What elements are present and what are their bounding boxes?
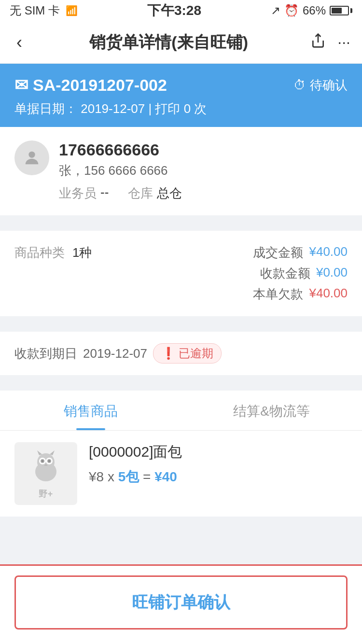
back-button[interactable]: ‹ bbox=[12, 28, 27, 57]
tab-sales[interactable]: 销售商品 bbox=[0, 391, 181, 430]
alarm-icon: ⏰ bbox=[284, 4, 299, 17]
divider-1 bbox=[0, 223, 362, 231]
battery-label: 66% bbox=[303, 4, 326, 17]
divider-3 bbox=[0, 383, 362, 391]
product-image: 野+ bbox=[14, 442, 77, 505]
status-left: 无 SIM 卡 📶 bbox=[10, 3, 78, 18]
svg-point-1 bbox=[28, 152, 35, 158]
product-logo-icon bbox=[27, 448, 65, 486]
location-icon: ↗ bbox=[271, 4, 280, 17]
warehouse-label: 仓库 bbox=[128, 185, 153, 202]
customer-name: 张，156 6666 6666 bbox=[59, 162, 348, 179]
svg-marker-5 bbox=[50, 450, 55, 455]
svg-point-10 bbox=[42, 460, 43, 462]
product-type-value: 1种 bbox=[72, 244, 92, 261]
order-status: ⏱ 待确认 bbox=[293, 77, 348, 94]
order-date: 单据日期： 2019-12-07 | 打印 0 次 bbox=[14, 100, 348, 117]
product-logo-text: 野+ bbox=[39, 488, 54, 500]
overdue-badge: ❗ 已逾期 bbox=[153, 343, 222, 364]
customer-card: 17666666666 张，156 6666 6666 业务员 -- 仓库 总仓 bbox=[0, 127, 362, 215]
confirm-button[interactable]: 旺铺订单确认 bbox=[14, 575, 348, 630]
clock-icon: ⏱ bbox=[293, 78, 306, 93]
summary-card: 商品种类 1种 成交金额 ¥40.00 收款金额 ¥0.00 本单欠款 ¥40.… bbox=[0, 231, 362, 316]
status-time: 下午3:28 bbox=[147, 1, 201, 20]
avatar bbox=[14, 140, 49, 175]
mail-icon: ✉ bbox=[14, 75, 28, 95]
overdue-icon: ❗ bbox=[161, 347, 176, 360]
tab-settlement[interactable]: 结算&物流等 bbox=[181, 391, 362, 430]
amount-value: ¥40.00 bbox=[309, 244, 348, 261]
product-qty: 5包 bbox=[118, 469, 139, 484]
customer-meta: 业务员 -- 仓库 总仓 bbox=[59, 185, 348, 202]
carrier-label: 无 SIM 卡 bbox=[10, 3, 60, 18]
due-date-label: 收款到期日 bbox=[14, 345, 77, 362]
customer-info: 17666666666 张，156 6666 6666 业务员 -- 仓库 总仓 bbox=[59, 140, 348, 202]
page-title: 销货单详情(来自旺铺) bbox=[89, 31, 248, 54]
product-total: ¥40 bbox=[154, 469, 177, 484]
debt-value: ¥40.00 bbox=[309, 286, 348, 303]
summary-left: 商品种类 1种 bbox=[14, 244, 92, 261]
status-bar: 无 SIM 卡 📶 下午3:28 ↗ ⏰ 66% bbox=[0, 0, 362, 21]
confirm-button-wrap: 旺铺订单确认 bbox=[0, 564, 362, 644]
sales-label: 业务员 bbox=[59, 185, 97, 202]
customer-phone: 17666666666 bbox=[59, 140, 348, 159]
product-type-label: 商品种类 bbox=[14, 244, 65, 261]
order-banner: ✉ SA-20191207-002 ⏱ 待确认 单据日期： 2019-12-07… bbox=[0, 64, 362, 127]
nav-actions: ··· bbox=[310, 33, 350, 52]
sales-value: -- bbox=[100, 185, 109, 202]
product-info: [0000002]面包 ¥8 x 5包 = ¥40 bbox=[89, 442, 348, 486]
product-name: [0000002]面包 bbox=[89, 442, 348, 462]
debt-label: 本单欠款 bbox=[253, 286, 303, 303]
battery-icon bbox=[330, 6, 352, 15]
warehouse-value: 总仓 bbox=[157, 185, 182, 202]
overdue-text: 已逾期 bbox=[179, 346, 213, 361]
product-price: ¥8 x 5包 = ¥40 bbox=[89, 468, 348, 486]
tabs: 销售商品 结算&物流等 bbox=[0, 391, 362, 431]
divider-2 bbox=[0, 324, 362, 332]
due-date-value: 2019-12-07 bbox=[83, 346, 147, 361]
status-right: ↗ ⏰ 66% bbox=[271, 4, 352, 17]
more-icon[interactable]: ··· bbox=[337, 33, 350, 51]
summary-right: 成交金额 ¥40.00 收款金额 ¥0.00 本单欠款 ¥40.00 bbox=[253, 244, 348, 303]
payment-label: 收款金额 bbox=[260, 265, 310, 282]
payment-value: ¥0.00 bbox=[316, 265, 348, 282]
order-id: ✉ SA-20191207-002 bbox=[14, 75, 167, 95]
nav-bar: ‹ 销货单详情(来自旺铺) ··· bbox=[0, 21, 362, 64]
share-icon[interactable] bbox=[310, 33, 326, 52]
amount-label: 成交金额 bbox=[253, 244, 303, 261]
svg-point-11 bbox=[48, 460, 50, 462]
wifi-icon: 📶 bbox=[66, 5, 78, 16]
svg-marker-4 bbox=[37, 450, 42, 455]
product-card: 野+ [0000002]面包 ¥8 x 5包 = ¥40 bbox=[0, 431, 362, 517]
due-date-row: 收款到期日 2019-12-07 ❗ 已逾期 bbox=[0, 332, 362, 375]
